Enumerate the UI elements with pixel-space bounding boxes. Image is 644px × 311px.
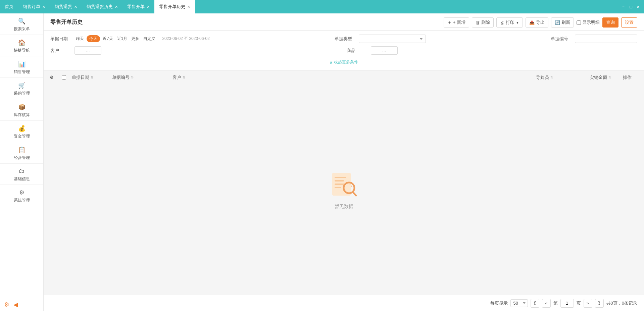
collapse-sidebar-icon[interactable]: ◀ [13, 301, 18, 308]
settings-bottom-icon[interactable]: ⚙ [4, 301, 9, 308]
sidebar-item-system[interactable]: ⚙ 系统管理 [0, 185, 43, 206]
sort-order-no-icon: ⇅ [131, 75, 134, 79]
sidebar-item-purchase-mgmt[interactable]: 🛒 采购管理 [0, 78, 43, 99]
tab-retail-open-history[interactable]: 零售开单历史 ✕ [154, 0, 195, 13]
page-input[interactable] [560, 299, 574, 308]
table-select-all[interactable] [59, 75, 69, 80]
shortcut-custom[interactable]: 自定义 [142, 35, 157, 42]
system-icon: ⚙ [19, 189, 24, 196]
page-header: 零售开单历史 ＋ + 新增 🗑 删除 🖨 打印 ▼ [44, 13, 644, 31]
svg-point-8 [349, 184, 350, 185]
order-type-label: 单据类型 [335, 36, 353, 42]
close-btn[interactable]: ✕ [636, 4, 640, 9]
table-body: 暂无数据 [44, 84, 644, 295]
sidebar-item-search-order[interactable]: 🔍 搜索采单 [0, 13, 43, 35]
svg-rect-4 [335, 187, 341, 188]
date-shortcuts: 昨天 今天 近7天 近1月 更多 自定义 [75, 35, 157, 42]
sidebar-bottom: ⚙ ◀ [0, 298, 43, 311]
next-page-btn[interactable]: ＞ [584, 299, 592, 308]
add-button[interactable]: ＋ + 新增 [444, 17, 469, 28]
delete-button[interactable]: 🗑 删除 [472, 17, 494, 28]
sidebar-item-quick-nav[interactable]: 🏠 快捷导航 [0, 35, 43, 56]
close-retail-open-icon[interactable]: ✕ [147, 5, 150, 9]
minimize-btn[interactable]: － [621, 4, 626, 10]
empty-text: 暂无数据 [335, 204, 353, 210]
prev-page-btn[interactable]: ＜ [542, 299, 551, 308]
refresh-icon: 🔄 [555, 20, 560, 25]
print-dropdown-icon: ▼ [516, 21, 519, 24]
collapse-btn[interactable]: ∧ 收起更多条件 [50, 58, 637, 66]
col-date[interactable]: 单据日期 ⇅ [69, 74, 109, 81]
table-container: ⚙ 单据日期 ⇅ 单据编号 ⇅ 客户 ⇅ 导购员 ⇅ [44, 71, 644, 311]
close-sales-order-icon[interactable]: ✕ [42, 5, 45, 9]
svg-line-6 [353, 192, 356, 196]
sidebar-item-basic-info[interactable]: 🗂 基础信息 [0, 164, 43, 185]
product-select-btn[interactable]: ... [371, 46, 398, 55]
sort-customer-icon: ⇅ [183, 75, 185, 79]
svg-rect-1 [335, 177, 346, 178]
date-label: 单据日期 [50, 36, 69, 42]
filter-section: 单据日期 昨天 今天 近7天 近1月 更多 自定义 2023-06-02 至 2… [44, 31, 644, 71]
col-amount[interactable]: 实销金额 ⇅ [574, 74, 614, 81]
col-order-no[interactable]: 单据编号 ⇅ [109, 74, 170, 81]
finance-icon: 💰 [18, 125, 26, 132]
chevron-up-icon: ∧ [330, 60, 333, 65]
last-page-btn[interactable]: ⟫ [595, 299, 604, 308]
first-page-btn[interactable]: ⟪ [531, 299, 539, 308]
query-button[interactable]: 查询 [602, 17, 618, 28]
shortcut-1month[interactable]: 近1月 [116, 35, 129, 42]
show-detail-label[interactable]: 显示明细 [577, 19, 600, 25]
close-retail-open-history-icon[interactable]: ✕ [187, 5, 190, 9]
export-button[interactable]: 📤 导出 [526, 17, 548, 28]
close-sales-return-icon[interactable]: ✕ [74, 5, 77, 9]
maximize-btn[interactable]: □ [630, 4, 632, 9]
col-customer[interactable]: 客户 ⇅ [170, 74, 533, 81]
sidebar-item-inventory[interactable]: 📦 库存核算 [0, 99, 43, 121]
tab-retail-open[interactable]: 零售开单 ✕ [122, 0, 154, 13]
select-all-checkbox[interactable] [62, 75, 66, 80]
table-settings-btn[interactable]: ⚙ [47, 75, 59, 80]
tab-sales-return-history[interactable]: 销货退货历史 ✕ [82, 0, 122, 13]
print-icon: 🖨 [500, 20, 504, 25]
refresh-button[interactable]: 🔄 刷新 [551, 17, 574, 28]
sidebar-item-operation[interactable]: 📋 经营管理 [0, 142, 43, 164]
print-button[interactable]: 🖨 打印 ▼ [496, 17, 523, 28]
sidebar-item-finance[interactable]: 💰 资金管理 [0, 121, 43, 142]
show-detail-checkbox[interactable] [577, 20, 581, 25]
order-type-select[interactable] [359, 35, 426, 43]
date-range-text: 2023-06-02 至 2023-06-02 [162, 36, 209, 42]
tab-sales-return[interactable]: 销货退货 ✕ [50, 0, 82, 13]
settings-button[interactable]: 设置 [621, 17, 637, 28]
page-size-select[interactable]: 50 10 20 100 [510, 299, 528, 307]
order-no-input[interactable] [575, 35, 637, 43]
shortcut-more[interactable]: 更多 [130, 35, 141, 42]
customer-select-btn[interactable]: ... [75, 46, 101, 55]
sales-icon: 📊 [18, 60, 26, 68]
shortcut-yesterday[interactable]: 昨天 [75, 35, 85, 42]
close-sales-return-history-icon[interactable]: ✕ [115, 5, 118, 9]
page-size-label: 每页显示 [490, 300, 508, 306]
col-action: 操作 [614, 74, 641, 81]
operation-icon: 📋 [18, 146, 26, 154]
tab-home[interactable]: 首页 [0, 0, 18, 13]
sidebar: 🔍 搜索采单 🏠 快捷导航 📊 销售管理 🛒 采购管理 📦 库存核算 💰 资金管… [0, 13, 44, 311]
shortcut-7days[interactable]: 近7天 [101, 35, 114, 42]
tab-sales-order[interactable]: 销售订单 ✕ [18, 0, 50, 13]
page-title: 零售开单历史 [50, 19, 83, 26]
table-header: ⚙ 单据日期 ⇅ 单据编号 ⇅ 客户 ⇅ 导购员 ⇅ [44, 71, 644, 84]
filter-row-1: 单据日期 昨天 今天 近7天 近1月 更多 自定义 2023-06-02 至 2… [50, 35, 637, 43]
empty-illustration-svg [327, 169, 361, 200]
customer-label: 客户 [50, 48, 69, 54]
delete-icon: 🗑 [476, 20, 480, 25]
sort-date-icon: ⇅ [91, 75, 93, 79]
shortcut-today[interactable]: 今天 [87, 35, 100, 42]
export-icon: 📤 [529, 20, 535, 25]
search-icon: 🔍 [18, 17, 26, 25]
sidebar-item-sales-mgmt[interactable]: 📊 销售管理 [0, 56, 43, 78]
top-bar: 首页 销售订单 ✕ 销货退货 ✕ 销货退货历史 ✕ 零售开单 ✕ 零售开单历史 … [0, 0, 644, 13]
sort-guide-icon: ⇅ [550, 75, 553, 79]
sort-amount-icon: ⇅ [608, 75, 611, 79]
product-label: 商品 [347, 48, 365, 54]
col-guide[interactable]: 导购员 ⇅ [533, 74, 574, 81]
filter-row-2: 客户 ... 商品 ... [50, 46, 637, 55]
